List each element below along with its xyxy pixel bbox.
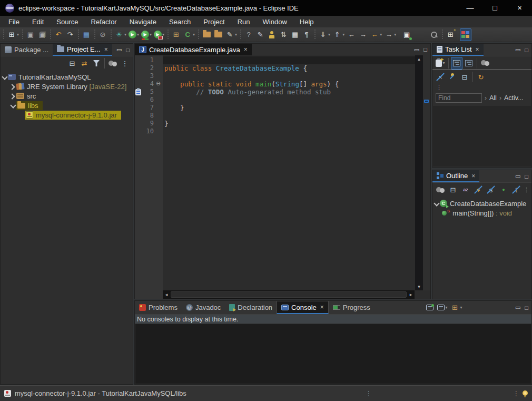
overflow-icon[interactable]: ⋮ — [524, 187, 529, 193]
table-icon[interactable]: ▦ — [289, 28, 301, 41]
horizontal-scrollbar[interactable]: ◂ ▸ — [163, 290, 415, 299]
scrollbar-thumb[interactable] — [171, 291, 407, 298]
skip-breakpoints-icon[interactable]: ⊘ — [97, 28, 109, 41]
status-overflow-icon[interactable]: ⋮ — [513, 390, 519, 397]
task-marker-icon[interactable] — [135, 89, 141, 95]
open-perspective-icon[interactable]: ⊞ — [445, 28, 456, 41]
dropdown-arrow-icon[interactable]: ▾ — [17, 32, 19, 37]
scroll-left-icon[interactable]: ◂ — [163, 292, 170, 297]
link-editor-icon[interactable]: ⇄ — [78, 57, 90, 70]
hide-non-public-icon[interactable]: ● — [498, 183, 509, 196]
save-icon[interactable]: ▣ — [25, 28, 36, 41]
java-search-icon[interactable]: ✎▾ — [224, 28, 238, 41]
scroll-right-icon[interactable]: ▸ — [407, 292, 415, 297]
next-annotation-icon[interactable]: ⇓▾ — [317, 28, 331, 41]
tip-lightbulb-icon[interactable] — [523, 390, 528, 396]
outline-method-item[interactable]: S main(String[]) : void — [432, 208, 531, 218]
dropdown-arrow-icon[interactable]: ▾ — [150, 32, 152, 37]
menu-edit[interactable]: Edit — [26, 16, 50, 27]
menu-window[interactable]: Window — [257, 16, 293, 27]
previous-edit-icon[interactable]: ← — [346, 28, 357, 41]
code-line[interactable]: } — [163, 120, 415, 128]
scheduled-view-icon[interactable] — [463, 57, 475, 70]
close-icon[interactable]: × — [476, 46, 479, 53]
dropdown-arrow-icon[interactable]: ▾ — [380, 32, 382, 37]
tab-outline[interactable]: Outline × — [432, 170, 479, 182]
hide-completed-icon[interactable]: × — [435, 71, 446, 83]
scope-activated-button[interactable]: Activ... — [504, 94, 524, 102]
team-icon[interactable] — [266, 28, 278, 41]
outline-class-item[interactable]: C CreateDatabaseExample — [432, 199, 531, 208]
pin-console-icon[interactable] — [424, 301, 436, 314]
code-line[interactable]: // TODO Auto-generated method stub — [163, 88, 415, 96]
minimize-view-icon[interactable]: ▭ — [515, 173, 520, 180]
undo-icon[interactable]: ↶ — [53, 28, 64, 41]
coverage-icon[interactable]: ▶▾ — [140, 28, 153, 41]
chevron-right-icon[interactable] — [9, 92, 16, 100]
tab-declaration[interactable]: Declaration — [225, 301, 277, 314]
tree-item-libs[interactable]: libs — [1, 101, 133, 110]
close-icon[interactable]: × — [104, 46, 108, 53]
back-icon[interactable]: ←▾ — [369, 28, 383, 41]
minimize-view-icon[interactable]: ▭ — [414, 46, 419, 53]
focus-icon[interactable] — [479, 57, 491, 70]
minimize-view-icon[interactable]: ▭ — [116, 46, 122, 53]
code-line[interactable] — [163, 128, 415, 135]
tab-javadoc[interactable]: @Javadoc — [182, 301, 225, 314]
tab-progress[interactable]: Progress — [329, 301, 375, 314]
tab-editor-file[interactable]: J CreateDatabaseExample.java × — [135, 44, 252, 55]
tree-item-src[interactable]: src — [1, 91, 133, 101]
close-icon[interactable]: × — [471, 172, 475, 180]
import-icon[interactable] — [201, 28, 212, 41]
pin-editor-icon[interactable]: ▣ — [401, 28, 412, 41]
code-area[interactable]: public class CreateDatabaseExample { pub… — [163, 55, 415, 290]
external-tools-icon[interactable]: ▶▾ — [153, 28, 165, 41]
launch-icon[interactable]: ☀▾ — [113, 28, 127, 41]
previous-annotation-icon[interactable]: ⇑▾ — [331, 28, 346, 41]
display-console-icon[interactable]: ▾ — [436, 301, 448, 314]
hide-static-icon[interactable]: s — [485, 183, 497, 196]
menu-file[interactable]: File — [2, 16, 26, 27]
code-line[interactable]: } — [163, 104, 415, 112]
minimize-button[interactable]: — — [458, 0, 482, 16]
close-button[interactable]: × — [507, 0, 532, 16]
view-menu-icon[interactable]: ⋮ — [119, 57, 131, 70]
menu-navigate[interactable]: Navigate — [123, 16, 163, 27]
find-input[interactable] — [436, 93, 482, 103]
forward-icon[interactable]: →▾ — [383, 28, 397, 41]
java-perspective-icon[interactable] — [460, 28, 471, 41]
tab-project-explorer[interactable]: Project E... × — [53, 44, 112, 56]
new-task-icon[interactable]: ▾ — [435, 57, 446, 70]
tree-item-jre[interactable]: JRE System Library [JavaSE-22] — [1, 82, 133, 91]
overflow-icon[interactable]: ⋮ — [432, 84, 531, 91]
next-edit-icon[interactable]: → — [357, 28, 369, 41]
chevron-down-icon[interactable] — [432, 200, 440, 207]
menu-source[interactable]: Source — [50, 16, 84, 27]
chevron-down-icon[interactable] — [1, 73, 8, 81]
maximize-view-icon[interactable]: □ — [126, 47, 130, 53]
code-line[interactable] — [163, 112, 415, 120]
dropdown-arrow-icon[interactable]: ▾ — [442, 61, 445, 65]
sort-icon[interactable]: az — [460, 183, 471, 196]
dropdown-arrow-icon[interactable]: ▾ — [328, 32, 330, 37]
menu-help[interactable]: Help — [293, 16, 320, 27]
new-wizard-icon[interactable]: ⊞▾ — [6, 28, 20, 41]
collapse-all-icon[interactable]: ⊟ — [447, 183, 459, 196]
open-task-window-icon[interactable]: ▤ — [81, 28, 92, 41]
tree-item-mysql-connector-jar[interactable]: mysql-connector-j-9.1.0.jar — [1, 110, 133, 120]
close-icon[interactable]: × — [320, 304, 324, 311]
status-overflow-icon[interactable]: ⋮ — [366, 390, 372, 397]
maximize-button[interactable]: □ — [482, 0, 507, 16]
minimize-view-icon[interactable]: ▭ — [515, 304, 520, 311]
close-icon[interactable]: × — [244, 46, 248, 53]
search-icon[interactable] — [428, 28, 440, 41]
new-class-icon[interactable]: C▾ — [182, 28, 196, 41]
format-brush-icon[interactable]: ✎ — [254, 28, 266, 41]
open-console-icon[interactable]: ⊞▾ — [449, 301, 463, 314]
menu-run[interactable]: Run — [231, 16, 257, 27]
run-icon[interactable]: ▶▾ — [127, 28, 140, 41]
scope-all-button[interactable]: All — [489, 94, 497, 102]
vertical-scrollbar[interactable]: ▴ ▾ — [415, 55, 423, 290]
collapse-all-icon[interactable]: ⊟ — [459, 71, 470, 83]
task-annotation-marker[interactable] — [424, 100, 429, 103]
